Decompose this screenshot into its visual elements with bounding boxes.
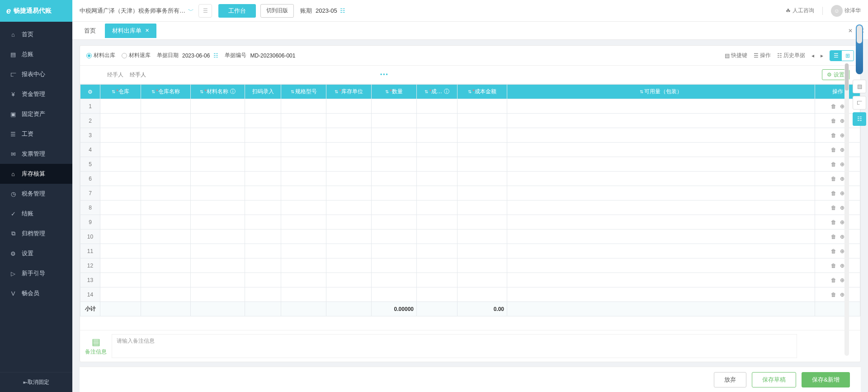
cell[interactable]: [326, 229, 372, 244]
cell[interactable]: [326, 143, 372, 157]
sidebar-item-13[interactable]: V畅会员: [0, 283, 72, 303]
cell[interactable]: [372, 258, 417, 273]
cell[interactable]: [191, 143, 245, 157]
table-row[interactable]: 2🗑⊕: [80, 114, 860, 128]
radio-return[interactable]: 材料退库: [122, 52, 151, 59]
cell[interactable]: [326, 201, 372, 215]
cell[interactable]: [326, 244, 372, 258]
cell[interactable]: [191, 114, 245, 128]
cell[interactable]: [245, 99, 281, 114]
sidebar-item-9[interactable]: ✓结账: [0, 204, 72, 224]
cell[interactable]: [326, 99, 372, 114]
cell[interactable]: [326, 258, 372, 273]
cell[interactable]: [245, 201, 281, 215]
cell[interactable]: [372, 201, 417, 215]
cell[interactable]: [417, 244, 458, 258]
company-selector[interactable]: 中税网通广泽（天津）税务师事务所有… ﹀: [80, 7, 194, 15]
col-4[interactable]: ⇅规格型号: [281, 85, 326, 99]
cell[interactable]: [417, 287, 458, 302]
cell[interactable]: [458, 201, 507, 215]
cell[interactable]: [458, 287, 507, 302]
cell[interactable]: [372, 287, 417, 302]
cell[interactable]: [191, 99, 245, 114]
rail-chart-icon[interactable]: ⫍: [853, 96, 866, 110]
cell[interactable]: [191, 157, 245, 172]
cell[interactable]: [507, 215, 815, 229]
col-6[interactable]: ⇅*数量: [372, 85, 417, 99]
cell[interactable]: [417, 229, 458, 244]
cell[interactable]: [281, 186, 326, 201]
cell[interactable]: [326, 287, 372, 302]
cell[interactable]: [141, 128, 191, 143]
tab-0[interactable]: 首页: [77, 24, 103, 38]
remark-input[interactable]: 请输入备注信息: [112, 334, 797, 358]
delete-icon[interactable]: 🗑: [831, 277, 836, 283]
next-icon[interactable]: ▸: [821, 53, 823, 59]
cell[interactable]: [458, 273, 507, 287]
cell[interactable]: [326, 172, 372, 186]
cell[interactable]: [141, 258, 191, 273]
cell[interactable]: [326, 215, 372, 229]
cell[interactable]: [281, 287, 326, 302]
cell[interactable]: [100, 172, 141, 186]
cell[interactable]: [245, 143, 281, 157]
add-icon[interactable]: ⊕: [840, 205, 844, 211]
cell[interactable]: [141, 215, 191, 229]
col-2[interactable]: ⇅*材料名称 ⓘ: [191, 85, 245, 99]
doc-date-field[interactable]: 单据日期 2023-06-06 ☷: [157, 52, 218, 59]
table-row[interactable]: 4🗑⊕: [80, 143, 860, 157]
cell[interactable]: [507, 273, 815, 287]
cell[interactable]: [191, 287, 245, 302]
cell[interactable]: [141, 157, 191, 172]
workbench-button[interactable]: 工作台: [218, 4, 256, 18]
cell[interactable]: [417, 143, 458, 157]
sidebar-item-7[interactable]: ⌂库存核算: [0, 164, 72, 184]
cell[interactable]: [458, 258, 507, 273]
sidebar-item-12[interactable]: ▷新手引导: [0, 263, 72, 283]
cell[interactable]: [507, 157, 815, 172]
cell[interactable]: [191, 258, 245, 273]
sidebar-item-4[interactable]: ▣固定资产: [0, 104, 72, 124]
add-icon[interactable]: ⊕: [840, 176, 844, 182]
cell[interactable]: [191, 201, 245, 215]
cell[interactable]: [141, 143, 191, 157]
cell[interactable]: [507, 244, 815, 258]
table-row[interactable]: 11🗑⊕: [80, 244, 860, 258]
col-1[interactable]: ⇅*仓库名称: [141, 85, 191, 99]
delete-icon[interactable]: 🗑: [831, 234, 836, 240]
consult-link[interactable]: ☘ 人工咨询: [786, 7, 814, 14]
sidebar-item-3[interactable]: ¥资金管理: [0, 84, 72, 104]
cell[interactable]: [245, 258, 281, 273]
delete-icon[interactable]: 🗑: [831, 132, 836, 139]
prev-icon[interactable]: ◂: [811, 53, 814, 59]
col-9[interactable]: ⇅可用量（包装）: [507, 85, 815, 99]
col-8[interactable]: ⇅*成本金额: [458, 85, 507, 99]
table-row[interactable]: 8🗑⊕: [80, 201, 860, 215]
cell[interactable]: [372, 157, 417, 172]
add-icon[interactable]: ⊕: [840, 263, 844, 269]
calendar-icon[interactable]: ☷: [340, 7, 345, 14]
cell[interactable]: [417, 201, 458, 215]
table-container[interactable]: ⚙⇅*仓库⇅*仓库名称⇅*材料名称 ⓘ扫码录入⇅规格型号⇅*库存单位⇅*数量⇅*…: [80, 84, 860, 328]
delete-icon[interactable]: 🗑: [831, 161, 836, 167]
cell[interactable]: [281, 143, 326, 157]
table-row[interactable]: 9🗑⊕: [80, 215, 860, 229]
cell[interactable]: [141, 287, 191, 302]
cell[interactable]: [417, 114, 458, 128]
cell[interactable]: [245, 273, 281, 287]
cell[interactable]: [141, 201, 191, 215]
cell[interactable]: [507, 128, 815, 143]
cell[interactable]: [458, 172, 507, 186]
shortcuts-link[interactable]: ▤ 快捷键: [725, 52, 747, 59]
cell[interactable]: [100, 186, 141, 201]
cell[interactable]: [372, 186, 417, 201]
table-row[interactable]: 14🗑⊕: [80, 287, 860, 302]
cell[interactable]: [281, 229, 326, 244]
cell[interactable]: [245, 244, 281, 258]
rail-note-icon[interactable]: ☷: [853, 112, 866, 126]
add-icon[interactable]: ⊕: [840, 292, 844, 298]
cell[interactable]: [191, 215, 245, 229]
cell[interactable]: [458, 114, 507, 128]
cell[interactable]: [245, 128, 281, 143]
cell[interactable]: [417, 215, 458, 229]
